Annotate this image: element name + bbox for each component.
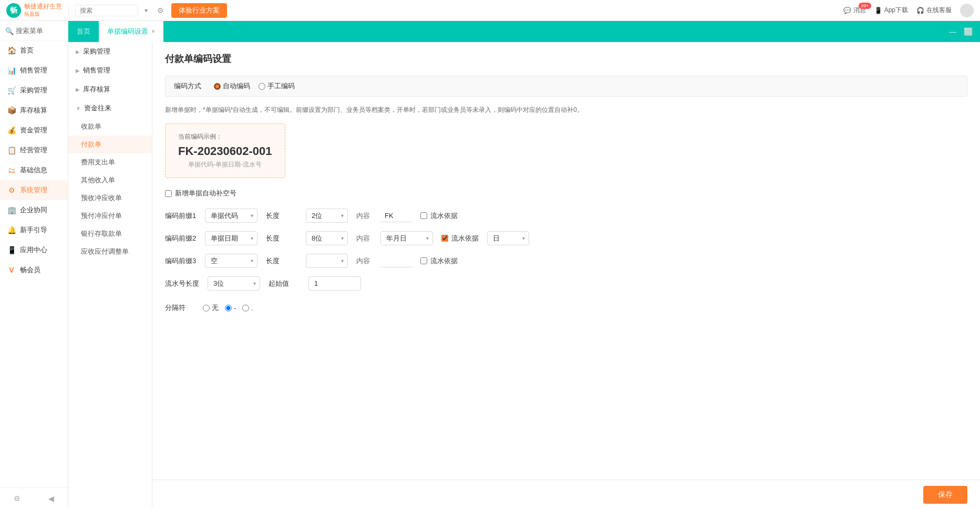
logo-text: 畅捷通好生意 拓盈版 bbox=[24, 3, 62, 18]
tab-close-icon[interactable]: × bbox=[151, 28, 155, 35]
sidebar-item-finance[interactable]: 💰 资金管理 bbox=[0, 120, 68, 140]
settings-bottom-icon[interactable]: ⚙ bbox=[9, 492, 25, 505]
sidebar-search[interactable]: 🔍 搜索菜单 bbox=[0, 21, 68, 40]
sidebar-item-operations[interactable]: 📋 经营管理 bbox=[0, 140, 68, 160]
sep-none-radio[interactable] bbox=[203, 305, 210, 311]
user-avatar[interactable] bbox=[960, 4, 974, 17]
arrow-inventory-icon: ▶ bbox=[76, 87, 80, 92]
auto-encode-option[interactable]: 自动编码 bbox=[214, 81, 250, 91]
maximize-icon[interactable]: ⬜ bbox=[962, 25, 975, 38]
prefix1-length-select[interactable]: 2位 bbox=[306, 209, 348, 223]
page-content: 付款单编码设置 编码方式 自动编码 手工编码 bbox=[152, 42, 980, 480]
prefix1-select-wrapper: 单据代码 bbox=[205, 209, 257, 223]
topbar-left: 畅 畅捷通好生意 拓盈版 ▾ ⚙ 体验行业方案 bbox=[6, 3, 227, 18]
sidebar-item-member[interactable]: V 畅会员 bbox=[0, 260, 68, 280]
prefix3-row: 编码前缀3 空 长度 bbox=[165, 254, 967, 268]
purchase-icon: 🛒 bbox=[7, 86, 16, 95]
logo-icon: 畅 bbox=[6, 3, 21, 18]
prefix2-length-select[interactable]: 8位 bbox=[306, 231, 348, 245]
online-service-btn[interactable]: 🎧 在线客服 bbox=[916, 6, 952, 15]
topbar-divider bbox=[68, 5, 69, 16]
sidebar: 🔍 搜索菜单 🏠 首页 📊 销售管理 🛒 采购管理 📦 库存核算 💰 资金管理 … bbox=[0, 21, 68, 509]
message-icon: 💬 bbox=[843, 7, 851, 14]
message-badge: 99+ bbox=[859, 3, 871, 9]
prefix3-select[interactable]: 空 bbox=[205, 254, 257, 268]
message-btn[interactable]: 💬 消息 99+ bbox=[843, 6, 866, 15]
start-value-label: 起始值 bbox=[269, 279, 300, 288]
sidebar-item-newguide[interactable]: 🔔 新手引导 bbox=[0, 220, 68, 240]
trial-button[interactable]: 体验行业方案 bbox=[171, 3, 227, 18]
tab-home[interactable]: 首页 bbox=[68, 21, 99, 42]
serial-length-select-wrapper: 3位 4位 5位 bbox=[208, 276, 260, 290]
sep-dot-option[interactable]: . bbox=[242, 304, 253, 312]
submenu-receivable-adjust[interactable]: 应收应付调整单 bbox=[68, 243, 152, 261]
prefix3-flowing-check[interactable] bbox=[420, 257, 427, 264]
system-icon: ⚙ bbox=[7, 186, 16, 194]
app-logo: 畅 畅捷通好生意 拓盈版 bbox=[6, 3, 62, 18]
submenu-other-income[interactable]: 其他收入单 bbox=[68, 171, 152, 189]
submenu-payment[interactable]: 付款单 bbox=[68, 136, 152, 153]
submenu-prepay-pay[interactable]: 预付冲应付单 bbox=[68, 207, 152, 225]
menu-inventory[interactable]: ▶ 库存核算 bbox=[68, 80, 152, 99]
sidebar-item-purchase[interactable]: 🛒 采购管理 bbox=[0, 80, 68, 100]
manual-encode-option[interactable]: 手工编码 bbox=[259, 81, 295, 91]
prefix2-content-label: 内容 bbox=[356, 234, 370, 243]
sep-none-option[interactable]: 无 bbox=[203, 303, 219, 313]
prefix1-content-input[interactable] bbox=[380, 210, 412, 222]
prefix3-label: 编码前缀3 bbox=[165, 256, 197, 266]
submenu-receipt[interactable]: 收款单 bbox=[68, 118, 152, 136]
prefix2-flowing-check[interactable] bbox=[441, 235, 448, 242]
home-icon: 🏠 bbox=[7, 46, 16, 55]
sidebar-item-system[interactable]: ⚙ 系统管理 bbox=[0, 180, 68, 200]
save-button[interactable]: 保存 bbox=[923, 486, 967, 504]
menu-finance[interactable]: ▼ 资金往来 bbox=[68, 99, 152, 118]
prefix3-select-wrapper: 空 bbox=[205, 254, 257, 268]
start-value-input[interactable] bbox=[308, 276, 361, 290]
serial-length-select[interactable]: 3位 4位 5位 bbox=[208, 276, 260, 290]
prefix2-flowing-checkbox: 流水依据 bbox=[441, 234, 479, 243]
collapse-icon[interactable]: ◀ bbox=[44, 492, 58, 505]
sidebar-item-sales[interactable]: 📊 销售管理 bbox=[0, 60, 68, 80]
sep-hyphen-radio[interactable] bbox=[225, 305, 232, 311]
prefix3-length-select-wrapper bbox=[306, 254, 348, 268]
prefix2-content-select[interactable]: 年月日 bbox=[380, 231, 433, 245]
prefix1-label: 编码前缀1 bbox=[165, 211, 197, 221]
minimize-icon[interactable]: — bbox=[947, 25, 958, 38]
sidebar-item-enterprise[interactable]: 🏢 企业协同 bbox=[0, 200, 68, 220]
prefix1-row: 编码前缀1 单据代码 长度 2位 bbox=[165, 209, 967, 223]
menu-purchase[interactable]: ▶ 采购管理 bbox=[68, 42, 152, 61]
submenu-bank-deposit[interactable]: 银行存取款单 bbox=[68, 225, 152, 243]
dropdown-arrow-icon[interactable]: ▾ bbox=[142, 6, 150, 15]
app-download-btn[interactable]: 📱 App下载 bbox=[874, 6, 908, 15]
prefix1-content-label: 内容 bbox=[356, 211, 370, 221]
separator-radio-group: 无 - . bbox=[203, 303, 253, 313]
settings-icon[interactable]: ⚙ bbox=[154, 5, 167, 16]
sidebar-item-appcenter[interactable]: 📱 应用中心 bbox=[0, 240, 68, 260]
code-example-sub: 单据代码-单据日期-流水号 bbox=[178, 160, 272, 169]
prefix1-flowing-check[interactable] bbox=[420, 212, 427, 219]
prefix1-length-select-wrapper: 2位 bbox=[306, 209, 348, 223]
submenu-finance: 收款单 付款单 费用支出单 其他收入单 预收冲应收单 预付冲应付单 银行存取款单… bbox=[68, 118, 152, 261]
auto-fill-checkbox[interactable] bbox=[165, 190, 172, 197]
manual-encode-radio[interactable] bbox=[259, 83, 265, 90]
prefix3-length-select[interactable] bbox=[306, 254, 348, 268]
code-example-label: 当前编码示例： bbox=[178, 132, 272, 141]
separator-label: 分隔符 bbox=[165, 303, 197, 313]
prefix3-content-input[interactable] bbox=[380, 255, 412, 267]
search-input[interactable] bbox=[75, 5, 138, 16]
prefix2-select[interactable]: 单据日期 bbox=[205, 231, 257, 245]
submenu-prepay-receive[interactable]: 预收冲应收单 bbox=[68, 189, 152, 207]
topbar-right: 💬 消息 99+ 📱 App下载 🎧 在线客服 bbox=[843, 4, 974, 17]
submenu-expense[interactable]: 费用支出单 bbox=[68, 153, 152, 171]
sidebar-item-home[interactable]: 🏠 首页 bbox=[0, 40, 68, 60]
sidebar-item-basic[interactable]: 🗂 基础信息 bbox=[0, 160, 68, 180]
prefix2-day-select[interactable]: 日 月 年 bbox=[487, 231, 529, 245]
sidebar-item-inventory[interactable]: 📦 库存核算 bbox=[0, 100, 68, 120]
sep-hyphen-option[interactable]: - bbox=[225, 304, 236, 312]
auto-encode-radio[interactable] bbox=[214, 83, 221, 90]
sep-dot-radio[interactable] bbox=[242, 305, 249, 311]
prefix1-select[interactable]: 单据代码 bbox=[205, 209, 257, 223]
menu-sales[interactable]: ▶ 销售管理 bbox=[68, 61, 152, 80]
tab-encoding-settings[interactable]: 单据编码设置 × bbox=[99, 21, 163, 42]
tab-actions: — ⬜ bbox=[947, 25, 980, 38]
